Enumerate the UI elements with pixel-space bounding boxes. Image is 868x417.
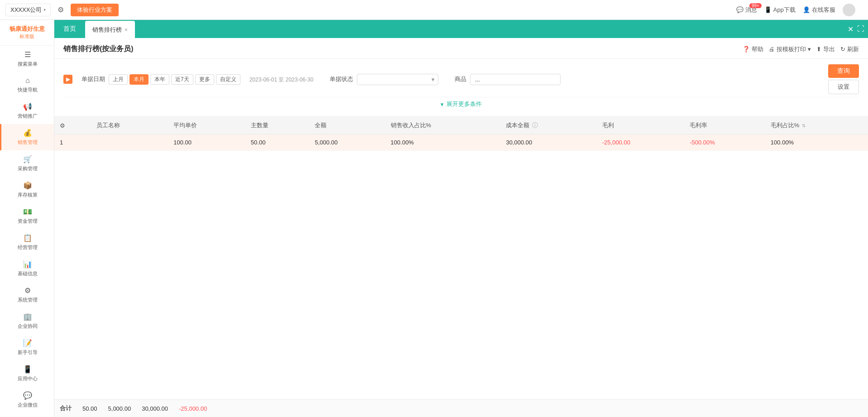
sidebar-label-inventory: 库存核算: [18, 192, 38, 198]
print-button[interactable]: 🖨 按模板打印 ▾: [769, 45, 811, 53]
trial-button[interactable]: 体验行业方案: [71, 4, 119, 16]
td-gross-rate: -500.00%: [684, 134, 765, 151]
company-name: XXXXX公司: [10, 6, 42, 14]
goods-input[interactable]: [470, 74, 561, 85]
marketing-icon: 📢: [23, 102, 32, 111]
filter-actions: 查询 设置: [828, 64, 859, 94]
th-cost: 成本全额 ⓘ: [500, 117, 596, 134]
date-btn-this-year[interactable]: 本年: [150, 74, 169, 85]
cost-info-icon: ⓘ: [532, 122, 538, 129]
date-btn-7days[interactable]: 近7天: [171, 74, 193, 85]
app-download-button[interactable]: 📱 App下载: [764, 6, 796, 14]
sidebar-item-enterprise[interactable]: 🏢 企业协同: [0, 308, 54, 334]
status-select-wrap: [357, 74, 438, 85]
table-header: ⚙ 员工名称 平均单价 主数量 全额 销售收入占比% 成本全额 ⓘ: [54, 117, 868, 134]
table-header-row: ⚙ 员工名称 平均单价 主数量 全额 销售收入占比% 成本全额 ⓘ: [54, 117, 868, 134]
sidebar-item-inventory[interactable]: 📦 库存核算: [0, 177, 54, 203]
footer-label: 合计: [60, 404, 72, 412]
sidebar-label-wechat: 企业微信: [18, 402, 38, 408]
sidebar-item-finance[interactable]: 💵 资金管理: [0, 203, 54, 229]
td-name: [91, 134, 168, 151]
top-bar-right: 💬 消息 99+ 📱 App下载 👤 在线客服: [736, 4, 863, 16]
finance-icon: 💵: [23, 207, 32, 216]
sidebar-item-app-center[interactable]: 📱 应用中心: [0, 360, 54, 387]
sidebar-item-system[interactable]: ⚙ 系统管理: [0, 282, 54, 308]
filter-settings-button[interactable]: 设置: [828, 80, 859, 94]
tab-label-sales-ranking: 销售排行榜: [92, 26, 122, 34]
inventory-icon: 📦: [23, 181, 32, 190]
sidebar-item-purchase[interactable]: 🛒 采购管理: [0, 150, 54, 177]
sidebar-label-enterprise: 企业协同: [18, 323, 38, 330]
status-filter: 单据状态: [330, 74, 438, 85]
message-badge: 99+: [749, 3, 762, 8]
logo-line1: 畅康通好生意: [10, 25, 45, 33]
top-bar-left: XXXXX公司 ▾ ⚙ 体验行业方案: [5, 4, 736, 16]
print-label: 按模板打印: [777, 45, 806, 53]
tab-home[interactable]: 首页: [54, 20, 85, 38]
tab-close-icon[interactable]: ×: [125, 27, 128, 33]
table-row: 1 100.00 50.00 5,000.00 100.00% 30,000.0…: [54, 134, 868, 151]
tab-fullscreen-btn[interactable]: ⛶: [857, 25, 864, 33]
sidebar-item-quick-nav[interactable]: ⌂ 快捷导航: [0, 72, 54, 98]
sidebar-item-wechat[interactable]: 💬 企业微信: [0, 387, 54, 413]
company-selector[interactable]: XXXXX公司 ▾: [5, 4, 51, 16]
date-range-display: 2023-06-01 至 2023-06-30: [249, 75, 313, 84]
sidebar-item-vip[interactable]: ♛ 畅会员: [0, 413, 54, 417]
company-chevron-icon: ▾: [43, 7, 46, 12]
sidebar-item-marketing[interactable]: 📢 营销推广: [0, 98, 54, 124]
page-content: 销售排行榜(按业务员) ❓ 帮助 🖨 按模板打印 ▾ ⬆: [54, 38, 868, 417]
th-sales-pct: 销售收入占比%: [385, 117, 501, 134]
message-button[interactable]: 💬 消息 99+: [736, 6, 757, 14]
online-service-button[interactable]: 👤 在线客服: [803, 6, 835, 14]
avatar[interactable]: [843, 4, 855, 16]
help-button[interactable]: ❓ 帮助: [743, 45, 763, 53]
expand-filter[interactable]: ▾ 展开更多条件: [63, 97, 859, 111]
date-range-text: 2023-06-01 至 2023-06-30: [249, 76, 313, 84]
sales-ranking-table: ⚙ 员工名称 平均单价 主数量 全额 销售收入占比% 成本全额 ⓘ: [54, 117, 868, 151]
query-button[interactable]: 查询: [828, 64, 859, 78]
td-sales-pct: 100.00%: [385, 134, 501, 151]
status-select[interactable]: [357, 74, 438, 85]
sidebar-item-guide[interactable]: 📝 新手引导: [0, 334, 54, 360]
th-name: 员工名称: [91, 117, 168, 134]
filter-collapse-arrow[interactable]: ▶: [63, 75, 72, 84]
settings-icon-btn[interactable]: ⚙: [54, 4, 67, 16]
sidebar-label-basic-info: 基础信息: [18, 270, 38, 277]
sidebar-item-basic-info[interactable]: 📊 基础信息: [0, 255, 54, 282]
footer-qty: 50.00: [82, 405, 97, 412]
table-footer: 合计 50.00 5,000.00 30,000.00 -25,000.00: [54, 399, 868, 417]
wechat-icon: 💬: [23, 391, 32, 400]
basic-info-icon: 📊: [23, 260, 32, 268]
sidebar-label-finance: 资金管理: [18, 218, 38, 225]
sidebar-item-search-order[interactable]: ☰ 搜索菜单: [0, 46, 54, 72]
tab-bar: 首页 销售排行榜 × ✕ ⛶: [54, 20, 868, 38]
sidebar-label-quick-nav: 快捷导航: [18, 86, 38, 93]
table-settings-icon[interactable]: ⚙: [60, 122, 65, 129]
tab-sales-ranking[interactable]: 销售排行榜 ×: [85, 21, 135, 39]
system-icon: ⚙: [24, 286, 31, 295]
guide-icon: 📝: [23, 339, 32, 347]
sidebar: 畅康通好生意 标准版 ☰ 搜索菜单 ⌂ 快捷导航 📢 营销推广 💰 销售管理 🛒…: [0, 20, 54, 417]
footer-total: 5,000.00: [108, 405, 131, 412]
message-icon: 💬: [736, 6, 743, 13]
date-btn-more[interactable]: 更多: [195, 74, 214, 85]
date-btn-prev-month[interactable]: 上月: [109, 74, 128, 85]
date-btn-custom[interactable]: 自定义: [216, 74, 240, 85]
export-label: 导出: [823, 45, 835, 53]
filter-area: ▶ 单据日期 上月 本月 本年 近7天 更多 自定义: [54, 59, 868, 117]
service-icon: 👤: [803, 6, 810, 13]
export-button[interactable]: ⬆ 导出: [816, 45, 835, 53]
sidebar-item-sales[interactable]: 💰 销售管理: [0, 124, 54, 150]
tab-close-all-btn[interactable]: ✕: [848, 25, 854, 34]
service-label: 在线客服: [812, 6, 835, 14]
date-btn-this-month[interactable]: 本月: [129, 74, 149, 85]
sidebar-item-operations[interactable]: 📋 经营管理: [0, 229, 54, 255]
sidebar-label-purchase: 采购管理: [18, 165, 38, 172]
td-gross: -25,000.00: [597, 134, 684, 151]
quick-nav-icon: ⌂: [25, 77, 30, 85]
app-icon: 📱: [764, 6, 772, 13]
gross-pct-sort-icon[interactable]: ⇅: [802, 123, 806, 128]
footer-gross: -25,000.00: [179, 405, 207, 412]
refresh-button[interactable]: ↻ 刷新: [840, 45, 859, 53]
expand-chevron-icon: ▾: [441, 101, 444, 108]
